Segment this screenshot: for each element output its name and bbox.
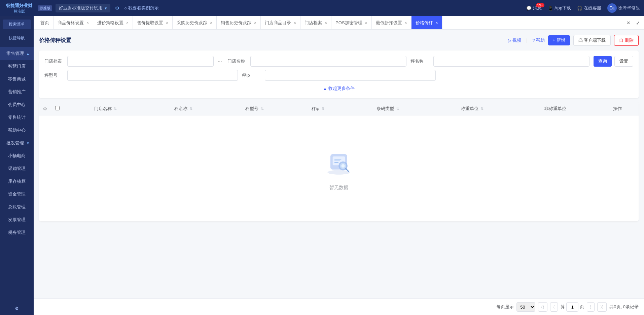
sidebar-search-area: 搜索菜单 bbox=[0, 16, 34, 31]
close-icon[interactable]: × bbox=[436, 21, 438, 25]
messages-item[interactable]: 💬 消息 99+ bbox=[526, 5, 542, 11]
add-button[interactable]: + 新增 bbox=[548, 35, 570, 45]
tab-bar: 首页 商品价格设置 × 进价策略设置 × 售价提取设置 × 采购历史价跟踪 × … bbox=[34, 16, 644, 30]
sidebar-item-xiaochange[interactable]: 小畅电商 bbox=[0, 149, 34, 162]
filter-store-name-input[interactable] bbox=[250, 56, 406, 67]
sort-icon[interactable]: ⇅ bbox=[114, 107, 117, 111]
delete-button[interactable]: 自 删除 bbox=[614, 35, 639, 46]
sidebar-item-retail-mall[interactable]: 零售商城 bbox=[0, 73, 34, 85]
tab-label: 价格传秤 bbox=[416, 20, 433, 26]
close-icon[interactable]: × bbox=[325, 21, 327, 25]
th-checkbox[interactable] bbox=[51, 102, 63, 115]
video-link[interactable]: ▷ 视频 bbox=[508, 37, 521, 43]
th-scale-model: 秤型号 ⇅ bbox=[219, 102, 290, 115]
sort-icon[interactable]: ⇅ bbox=[261, 107, 264, 111]
sidebar-item-finance-mgmt[interactable]: 资金管理 bbox=[0, 188, 34, 201]
online-service-item[interactable]: 🎧 在线客服 bbox=[577, 5, 601, 11]
close-icon[interactable]: × bbox=[166, 21, 168, 25]
filter-scale-name-label: 秤名称 bbox=[410, 58, 431, 64]
more-icon[interactable]: ··· bbox=[216, 58, 223, 64]
app-download-item[interactable]: 📱 App下载 bbox=[548, 5, 571, 11]
sort-icon[interactable]: ⇅ bbox=[480, 107, 484, 111]
tab-price-transfer[interactable]: 价格传秤 × bbox=[412, 16, 442, 30]
page-title: 价格传秤设置 bbox=[39, 37, 71, 44]
close-icon[interactable]: × bbox=[254, 21, 256, 25]
sidebar-gear-button[interactable]: ⚙ bbox=[0, 302, 34, 315]
sidebar-item-purchase-mgmt[interactable]: 采购管理 bbox=[0, 162, 34, 175]
tab-store-profile[interactable]: 门店档案 × bbox=[300, 16, 331, 30]
expand-icon[interactable]: ⤢ bbox=[635, 19, 641, 27]
close-tab-icon[interactable]: ✕ bbox=[625, 19, 632, 27]
version-selector[interactable]: 好业财标准版交付试用 ▾ bbox=[56, 4, 110, 12]
settings-button[interactable]: 设置 bbox=[614, 56, 633, 67]
sidebar-item-retail-stats[interactable]: 零售统计 bbox=[0, 111, 34, 124]
tab-purchase-history[interactable]: 采购历史价跟踪 × bbox=[173, 16, 217, 30]
filter-store-profile-input[interactable] bbox=[67, 56, 214, 67]
video-icon: ▷ bbox=[508, 38, 511, 43]
prev-page-button[interactable]: ⟨ bbox=[550, 302, 558, 312]
sidebar-item-help-center[interactable]: 帮助中心 bbox=[0, 124, 34, 137]
sidebar-item-smart-store[interactable]: 智慧门店 bbox=[0, 60, 34, 73]
empty-cell: 暂无数据 bbox=[39, 115, 639, 221]
sidebar-label: 库存核算 bbox=[4, 178, 30, 184]
close-icon[interactable]: × bbox=[210, 21, 212, 25]
sort-icon[interactable]: ⇅ bbox=[189, 107, 192, 111]
tab-purchase-strategy[interactable]: 进价策略设置 × bbox=[93, 16, 133, 30]
close-icon[interactable]: × bbox=[294, 21, 296, 25]
sidebar-item-retail-mgmt[interactable]: 零售管理 ▲ bbox=[0, 47, 34, 60]
filter-scale-model: 秤型号 bbox=[44, 70, 238, 81]
sidebar-label: 批发管理 bbox=[4, 140, 26, 146]
tab-sales-history[interactable]: 销售历史价跟踪 × bbox=[217, 16, 261, 30]
table-header: ⚙ 门店名称 ⇅ 秤名称 ⇅ bbox=[39, 102, 639, 115]
query-button[interactable]: 查询 bbox=[594, 56, 612, 67]
filter-scale-ip-label: 秤ip bbox=[242, 72, 262, 78]
tab-product-price-settings[interactable]: 商品价格设置 × bbox=[53, 16, 93, 30]
last-page-button[interactable]: ⟩⟩ bbox=[597, 302, 607, 312]
sidebar-item-general-ledger[interactable]: 总账管理 bbox=[0, 201, 34, 213]
settings-icon[interactable]: ⚙ bbox=[114, 4, 121, 12]
close-icon[interactable]: × bbox=[126, 21, 129, 25]
close-icon[interactable]: × bbox=[405, 21, 407, 25]
quick-nav-button[interactable]: 快捷导航 bbox=[3, 33, 31, 43]
collapse-button[interactable]: ▲ 收起更多条件 bbox=[323, 84, 355, 93]
next-page-button[interactable]: ⟩ bbox=[587, 302, 595, 312]
close-icon[interactable]: × bbox=[365, 21, 367, 25]
sort-icon[interactable]: ⇅ bbox=[321, 107, 324, 111]
gear-icon[interactable]: ⚙ bbox=[43, 106, 47, 111]
help-link[interactable]: ? 帮助 bbox=[532, 37, 544, 43]
select-all-checkbox[interactable] bbox=[55, 106, 60, 110]
sidebar-item-wholesale-mgmt[interactable]: 批发管理 ▼ bbox=[0, 137, 34, 149]
empty-row: 暂无数据 bbox=[39, 115, 639, 221]
sidebar-item-invoice-mgmt[interactable]: 发票管理 bbox=[0, 213, 34, 226]
filter-scale-model-input[interactable] bbox=[67, 70, 238, 81]
sidebar-item-tax-mgmt[interactable]: 税务管理 bbox=[0, 226, 34, 239]
per-page-select[interactable]: 10 20 50 100 bbox=[516, 302, 535, 312]
th-barcode-type: 条码类型 ⇅ bbox=[346, 102, 430, 115]
tab-min-discount[interactable]: 最低折扣设置 × bbox=[372, 16, 412, 30]
download-button[interactable]: 凸 客户端下载 bbox=[573, 35, 611, 46]
settings-label: 设置 bbox=[619, 58, 628, 64]
tab-home[interactable]: 首页 bbox=[36, 16, 53, 30]
first-page-button[interactable]: ⟨⟨ bbox=[538, 302, 547, 312]
user-item[interactable]: Ea 徐泽华修改 bbox=[607, 3, 640, 13]
tab-selling-price[interactable]: 售价提取设置 × bbox=[133, 16, 173, 30]
filter-scale-ip-input[interactable] bbox=[265, 70, 435, 81]
th-gear[interactable]: ⚙ bbox=[39, 102, 51, 115]
filter-store-name-label: 门店名称 bbox=[227, 58, 248, 64]
page-number-input[interactable] bbox=[566, 302, 578, 312]
tab-pos-management[interactable]: POS加密管理 × bbox=[331, 16, 371, 30]
close-icon[interactable]: × bbox=[86, 21, 89, 25]
filter-store-profile-label: 门店档案 bbox=[44, 58, 65, 64]
col-label: 门店名称 bbox=[94, 106, 112, 111]
search-menu-button[interactable]: 搜索菜单 bbox=[3, 20, 31, 29]
tab-store-catalog[interactable]: 门店商品目录 × bbox=[261, 16, 300, 30]
sidebar-item-member-center[interactable]: 会员中心 bbox=[0, 98, 34, 111]
filter-scale-name-input[interactable] bbox=[433, 56, 589, 67]
data-table: ⚙ 门店名称 ⇅ 秤名称 ⇅ bbox=[39, 102, 639, 221]
demo-button[interactable]: 我要看实例演示 bbox=[124, 5, 159, 11]
th-non-weight-unit: 非称重单位 bbox=[514, 102, 596, 115]
sort-icon[interactable]: ⇅ bbox=[396, 107, 399, 111]
sidebar-item-inventory[interactable]: 库存核算 bbox=[0, 175, 34, 188]
chevron-up-icon: ▲ bbox=[323, 86, 327, 91]
sidebar-item-marketing[interactable]: 营销推广 bbox=[0, 85, 34, 98]
